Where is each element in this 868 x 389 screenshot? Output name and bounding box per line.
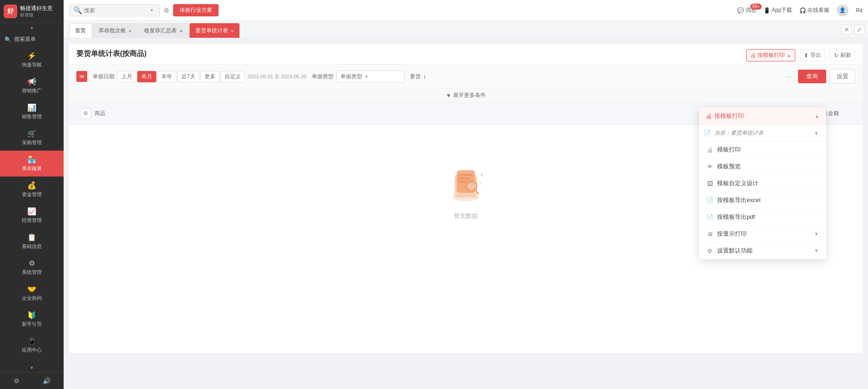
service-icon: 🎧 <box>799 7 806 14</box>
enterprise-label: 企业协同 <box>22 295 42 302</box>
export-btn[interactable]: ⬆ 导出 <box>800 49 825 61</box>
sidebar-item-inventory[interactable]: 🏪 库存核算 <box>0 151 64 177</box>
tab-order-stats-label: 要货单统计表 <box>195 27 228 35</box>
order-type-select[interactable]: 单据类型 ▼ <box>336 71 404 83</box>
sidebar-item-wechat[interactable]: 💬 企业微信 <box>0 358 64 364</box>
filter-expand-btn[interactable]: ≫ <box>76 71 87 82</box>
sidebar-item-finance[interactable]: 💰 资金管理 <box>0 177 64 202</box>
dropdown-current-template[interactable]: 📄 当前：要货单统计表 ▼ <box>699 125 826 141</box>
sidebar-item-system[interactable]: ⚙ 系统管理 <box>0 254 64 280</box>
sidebar-item-quick-nav[interactable]: ⚡ 快捷导航 <box>0 47 64 73</box>
topbar-search-dropdown-icon[interactable]: ▼ <box>150 8 154 13</box>
expand-more-bar[interactable]: ▼ 展开更多条件 <box>69 89 863 102</box>
sidebar-item-basic-info[interactable]: 📋 基础信息 <box>0 228 64 254</box>
dropdown-header-icon: 🖨 <box>705 112 712 120</box>
sidebar-scroll-up[interactable]: ▲ <box>0 23 64 32</box>
topbar-app-download-btn[interactable]: 📱 App下载 <box>763 6 792 14</box>
set-default-label: 设置默认功能 <box>717 247 753 255</box>
dropdown-template-print[interactable]: 🖨 模板打印 <box>699 141 826 158</box>
sidebar-item-operation[interactable]: 📈 经营管理 <box>0 202 64 228</box>
enterprise-icon: 🤝 <box>27 285 36 293</box>
sidebar-sound-btn[interactable]: 🔊 <box>43 377 50 384</box>
dropdown-template-design[interactable]: 🖼 模板自定义设计 <box>699 175 826 192</box>
tab-receipt-summary[interactable]: 收发存汇总表 × <box>138 23 188 38</box>
trial-btn[interactable]: 体验行业方案 <box>173 4 219 16</box>
date-this-month-btn[interactable]: 本月 <box>137 71 156 82</box>
dropdown-collapse-btn[interactable]: ▲ <box>814 113 820 119</box>
search-icon: 🔍 <box>5 36 11 43</box>
query-btn[interactable]: 查询 <box>798 70 826 83</box>
tab-order-stats[interactable]: 要货单统计表 × <box>190 23 239 38</box>
export-label: 导出 <box>810 51 821 59</box>
empty-icon <box>443 161 489 207</box>
topbar: 🔍 ▼ ⚙ 体验行业方案 💬 消息 99+ 📱 App下载 🎧 在线客服 👤 R… <box>64 0 868 21</box>
service-label: 在线客服 <box>808 6 829 14</box>
operation-label: 经营管理 <box>22 217 42 224</box>
user-avatar[interactable]: 👤 <box>837 5 848 16</box>
topbar-search-box[interactable]: 🔍 ▼ <box>69 4 160 16</box>
print-dropdown-arrow: ▲ <box>787 53 791 58</box>
template-export-pdf-label: 按模板导出pdf <box>717 213 755 221</box>
topbar-message-btn[interactable]: 💬 消息 99+ <box>737 6 756 14</box>
template-print-label: 模板打印 <box>717 146 741 154</box>
tab-receipt-summary-label: 收发存汇总表 <box>144 27 177 35</box>
date-more-btn[interactable]: 更多 <box>200 71 219 82</box>
more-options-btn[interactable]: ··· <box>783 72 794 81</box>
dropdown-template-export-excel[interactable]: 📄 按模板导出excel <box>699 192 826 209</box>
template-preview-label: 模板预览 <box>717 162 741 171</box>
tab-inventory-batch-close[interactable]: × <box>129 28 131 34</box>
dropdown-display-print[interactable]: 🖥 按显示打印 ▼ <box>699 226 826 242</box>
page-title: 要货单统计表(按商品) <box>76 49 147 59</box>
goods-filter-group: 要货（ <box>410 73 426 81</box>
topbar-service-btn[interactable]: 🎧 在线客服 <box>799 6 829 14</box>
sidebar-settings-btn[interactable]: ⚙ <box>14 377 20 384</box>
message-icon: 💬 <box>737 7 744 14</box>
tab-order-stats-close[interactable]: × <box>231 28 234 34</box>
date-prev-month-btn[interactable]: 上月 <box>117 71 136 82</box>
purchase-icon: 🛒 <box>27 129 36 138</box>
tabs-right-actions: ✕ ⤢ <box>842 25 864 35</box>
print-dropdown-menu: 🖨 按模板打印 ▲ 📄 当前：要货单统计表 ▼ 🖨 模板打印 👁 模板预览 <box>699 107 826 259</box>
date-this-year-btn[interactable]: 本年 <box>157 71 176 82</box>
th-settings: ⚙ <box>76 106 91 121</box>
settings-btn[interactable]: 设置 <box>830 69 855 84</box>
export-icon: ⬆ <box>804 52 808 59</box>
username-label[interactable]: Rit <box>856 7 863 14</box>
tab-home[interactable]: 首页 <box>69 23 92 38</box>
tab-inventory-batch[interactable]: 库存批次账 × <box>93 23 137 38</box>
sidebar-item-sales[interactable]: 📊 销售管理 <box>0 99 64 125</box>
tabs-expand-btn[interactable]: ⤢ <box>854 25 864 35</box>
table-settings-icon-btn[interactable]: ⚙ <box>80 108 91 119</box>
app-center-label: 应用中心 <box>22 347 42 354</box>
sidebar-item-guide[interactable]: 🔰 新手引导 <box>0 306 64 332</box>
refresh-btn[interactable]: ↻ 刷新 <box>830 49 855 61</box>
sidebar-item-purchase[interactable]: 🛒 采购管理 <box>0 125 64 151</box>
sidebar-item-app-center[interactable]: 📱 应用中心 <box>0 332 64 358</box>
template-design-icon: 🖼 <box>706 180 713 187</box>
dropdown-set-default[interactable]: ⚙ 设置默认功能 ▼ <box>699 242 826 259</box>
expand-more-label: 展开更多条件 <box>453 91 486 99</box>
date-custom-btn[interactable]: 自定义 <box>220 71 245 82</box>
expand-icon: ≫ <box>79 73 85 80</box>
sidebar-item-enterprise[interactable]: 🤝 企业协同 <box>0 280 64 306</box>
sidebar-item-marketing[interactable]: 📢 营销推广 <box>0 73 64 99</box>
topbar-gear-icon[interactable]: ⚙ <box>164 7 170 14</box>
tabs-close-btn[interactable]: ✕ <box>842 25 852 35</box>
app-name: 畅捷通好生意 标准版 <box>20 5 53 18</box>
marketing-label: 营销推广 <box>22 87 42 94</box>
tabs-bar: 首页 库存批次账 × 收发存汇总表 × 要货单统计表 × ✕ ⤢ <box>64 21 868 38</box>
operation-icon: 📈 <box>27 207 36 216</box>
dropdown-template-preview[interactable]: 👁 模板预览 <box>699 158 826 175</box>
topbar-search-input[interactable] <box>84 7 148 14</box>
sidebar-search-btn[interactable]: 🔍 搜索菜单 <box>0 32 64 47</box>
dropdown-current-arrow: ▼ <box>814 131 819 136</box>
order-type-label: 单据类型 <box>312 73 334 81</box>
app-center-icon: 📱 <box>27 337 36 345</box>
sidebar-scroll-down[interactable]: ▼ <box>0 364 64 372</box>
date-last-7days-btn[interactable]: 近7天 <box>177 71 200 82</box>
dropdown-template-export-pdf[interactable]: 📄 按模板导出pdf <box>699 209 826 226</box>
refresh-icon: ↻ <box>834 52 838 59</box>
tab-receipt-summary-close[interactable]: × <box>180 28 182 34</box>
dropdown-header-title: 🖨 按模板打印 <box>705 112 744 120</box>
print-template-btn[interactable]: 🖨 按模板打印 ▲ <box>746 49 795 61</box>
